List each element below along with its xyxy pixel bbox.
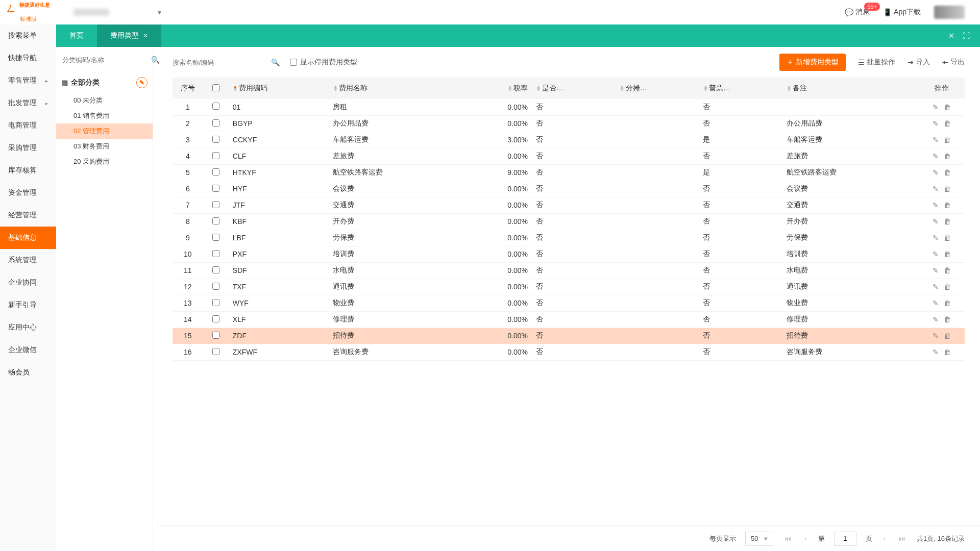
row-checkbox[interactable] — [212, 103, 219, 110]
table-row[interactable]: 7JTF交通费0.00%否否交通费✎🗑 — [173, 197, 965, 213]
export-button[interactable]: ⇤ 导出 — [942, 58, 965, 67]
row-checkbox[interactable] — [212, 136, 219, 143]
col-code[interactable]: ▲▼费用编码 — [229, 78, 329, 99]
avatar[interactable] — [934, 6, 965, 19]
table-row[interactable]: 11SDF水电费0.00%否否水电费✎🗑 — [173, 262, 965, 279]
edit-icon[interactable]: ✎ — [933, 152, 939, 160]
cell-checkbox[interactable] — [203, 115, 229, 132]
edit-icon[interactable]: ✎ — [933, 119, 939, 128]
col-ticket[interactable]: ▲▼普票… — [699, 78, 782, 99]
cell-checkbox[interactable] — [203, 181, 229, 197]
delete-icon[interactable]: 🗑 — [944, 315, 951, 323]
close-tab-button[interactable]: ✕ — [948, 32, 954, 40]
edit-icon[interactable]: ✎ — [933, 136, 939, 144]
delete-icon[interactable]: 🗑 — [944, 332, 951, 340]
table-row[interactable]: 16ZXFWF咨询服务费0.00%否否咨询服务费✎🗑 — [173, 344, 965, 360]
delete-icon[interactable]: 🗑 — [944, 119, 951, 128]
delete-icon[interactable]: 🗑 — [944, 250, 951, 258]
row-checkbox[interactable] — [212, 152, 219, 159]
messages-button[interactable]: 💬 消息 99+ — [845, 8, 870, 17]
row-checkbox[interactable] — [212, 283, 219, 290]
delete-icon[interactable]: 🗑 — [944, 103, 951, 111]
col-alloc[interactable]: ▲▼分摊… — [616, 78, 699, 99]
leftnav-item[interactable]: 经营管理 — [0, 204, 56, 227]
leftnav-item[interactable]: 畅会员 — [0, 361, 56, 384]
show-disabled-input[interactable] — [290, 59, 297, 66]
table-row[interactable]: 9LBF劳保费0.00%否否劳保费✎🗑 — [173, 230, 965, 246]
delete-icon[interactable]: 🗑 — [944, 168, 951, 177]
table-row[interactable]: 4CLF差旅费0.00%否否差旅费✎🗑 — [173, 148, 965, 164]
category-edit-button[interactable]: ✎ — [136, 77, 148, 88]
prev-page-button[interactable]: ‹ — [802, 535, 808, 542]
edit-icon[interactable]: ✎ — [933, 168, 939, 177]
table-row[interactable]: 3CCKYF车船客运费3.00%否是车船客运费✎🗑 — [173, 132, 965, 148]
edit-icon[interactable]: ✎ — [933, 266, 939, 274]
select-all-checkbox[interactable] — [212, 84, 219, 91]
cell-checkbox[interactable] — [203, 295, 229, 311]
last-page-button[interactable]: ⏭ — [897, 535, 908, 542]
first-page-button[interactable]: ⏮ — [782, 535, 793, 542]
cell-checkbox[interactable] — [203, 197, 229, 213]
table-row[interactable]: 13WYF物业费0.00%否否物业费✎🗑 — [173, 295, 965, 311]
leftnav-item[interactable]: 新手引导 — [0, 294, 56, 316]
table-row[interactable]: 101房租0.00%否否✎🗑 — [173, 99, 965, 115]
collapse-panel-icon[interactable]: « — [152, 57, 156, 551]
cell-checkbox[interactable] — [203, 213, 229, 230]
leftnav-item[interactable]: 库存核算 — [0, 159, 56, 182]
cell-checkbox[interactable] — [203, 99, 229, 115]
row-checkbox[interactable] — [212, 332, 219, 339]
new-feetype-button[interactable]: ＋ 新增费用类型 — [779, 54, 846, 71]
table-row[interactable]: 5HTKYF航空铁路客运费9.00%否是航空铁路客运费✎🗑 — [173, 164, 965, 181]
col-tax[interactable]: ▲▼税率 — [465, 78, 532, 99]
row-checkbox[interactable] — [212, 201, 219, 208]
row-checkbox[interactable] — [212, 299, 219, 306]
row-checkbox[interactable] — [212, 348, 219, 355]
table-row[interactable]: 14XLF修理费0.00%否否修理费✎🗑 — [173, 311, 965, 328]
row-checkbox[interactable] — [212, 266, 219, 273]
cell-checkbox[interactable] — [203, 148, 229, 164]
table-row[interactable]: 12TXF通讯费0.00%否否通讯费✎🗑 — [173, 279, 965, 295]
category-item[interactable]: 02 管理费用 — [56, 123, 153, 139]
edit-icon[interactable]: ✎ — [933, 201, 939, 209]
batch-button[interactable]: ☰ 批量操作 — [858, 58, 895, 67]
leftnav-item[interactable]: 搜索菜单 — [0, 24, 56, 47]
show-disabled-checkbox[interactable]: 显示停用费用类型 — [290, 58, 357, 67]
cell-checkbox[interactable] — [203, 164, 229, 181]
delete-icon[interactable]: 🗑 — [944, 185, 951, 193]
cell-checkbox[interactable] — [203, 279, 229, 295]
close-icon[interactable]: ✕ — [143, 32, 148, 39]
edit-icon[interactable]: ✎ — [933, 250, 939, 258]
leftnav-item[interactable]: 基础信息 — [0, 227, 56, 249]
cell-checkbox[interactable] — [203, 311, 229, 328]
category-search-input[interactable] — [62, 56, 148, 64]
row-checkbox[interactable] — [212, 234, 219, 241]
edit-icon[interactable]: ✎ — [933, 103, 939, 111]
leftnav-item[interactable]: 资金管理 — [0, 182, 56, 204]
fullscreen-button[interactable]: ⛶ — [963, 32, 970, 40]
category-item[interactable]: 03 财务费用 — [56, 139, 153, 154]
leftnav-item[interactable]: 零售管理▸ — [0, 69, 56, 92]
table-search-input[interactable] — [173, 59, 267, 66]
cell-checkbox[interactable] — [203, 262, 229, 279]
category-item[interactable]: 00 未分类 — [56, 93, 153, 108]
app-download-button[interactable]: 📱 App下载 — [883, 8, 921, 17]
category-item[interactable]: 20 采购费用 — [56, 154, 153, 169]
leftnav-item[interactable]: 系统管理 — [0, 249, 56, 271]
table-row[interactable]: 2BGYP办公用品费0.00%否否办公用品费✎🗑 — [173, 115, 965, 132]
delete-icon[interactable]: 🗑 — [944, 348, 951, 356]
row-checkbox[interactable] — [212, 250, 219, 257]
leftnav-item[interactable]: 企业协同 — [0, 271, 56, 294]
delete-icon[interactable]: 🗑 — [944, 266, 951, 274]
row-checkbox[interactable] — [212, 168, 219, 176]
delete-icon[interactable]: 🗑 — [944, 217, 951, 226]
delete-icon[interactable]: 🗑 — [944, 234, 951, 242]
search-icon[interactable]: 🔍 — [271, 58, 280, 66]
org-selector[interactable]: ▾ — [66, 5, 168, 20]
delete-icon[interactable]: 🗑 — [944, 201, 951, 209]
table-row[interactable]: 15ZDF招待费0.00%否否招待费✎🗑 — [173, 328, 965, 344]
col-remark[interactable]: ▲▼备注 — [782, 78, 919, 99]
cell-checkbox[interactable] — [203, 344, 229, 360]
cell-checkbox[interactable] — [203, 132, 229, 148]
edit-icon[interactable]: ✎ — [933, 315, 939, 323]
table-row[interactable]: 10PXF培训费0.00%否否培训费✎🗑 — [173, 246, 965, 262]
